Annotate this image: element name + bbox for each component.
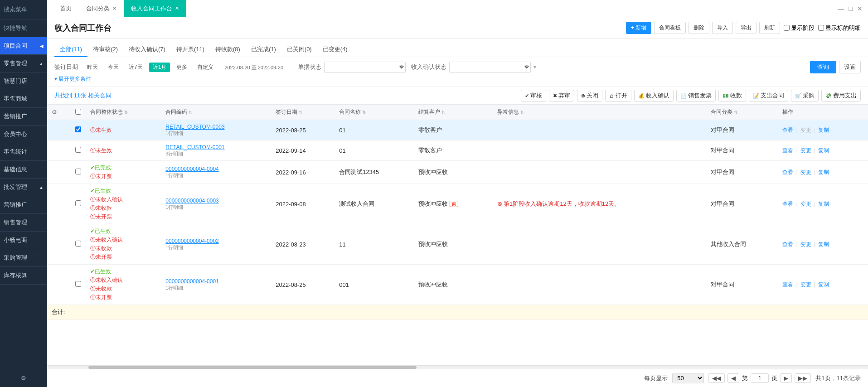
- toolbar-btn-close[interactable]: ⊗关闭: [577, 90, 602, 102]
- header-btn-refresh[interactable]: 刷新: [759, 22, 780, 34]
- sub-tab-completed[interactable]: 已完成(1): [246, 43, 281, 57]
- sidebar-item-sales_mgmt[interactable]: 销售管理: [0, 214, 47, 232]
- row-code-link-6[interactable]: 0000000000004-0001: [165, 278, 218, 285]
- filter-date-custom[interactable]: 自定义: [194, 63, 217, 72]
- filter-date-last1month[interactable]: 近1月: [149, 63, 170, 72]
- row-code-link-5[interactable]: 0000000000004-0002: [165, 238, 218, 244]
- sort-sign_date[interactable]: ⇅: [299, 110, 302, 115]
- header-btn-delete[interactable]: 删除: [689, 22, 709, 34]
- tab-close-contract_cat[interactable]: ✕: [112, 5, 116, 11]
- toolbar-btn-sales_invoice[interactable]: 📄销售发票: [676, 90, 716, 102]
- tab-home[interactable]: 首页: [53, 0, 79, 17]
- action-复制-5[interactable]: 复制: [818, 241, 829, 248]
- col-header-customer[interactable]: 结算客户⇅: [414, 105, 493, 120]
- row-checkbox-4[interactable]: [75, 200, 81, 206]
- col-header-category[interactable]: 合同分类⇅: [706, 105, 778, 120]
- toolbar-btn-income_confirm[interactable]: 💰收入确认: [634, 90, 674, 102]
- action-查看-6[interactable]: 查看: [782, 281, 793, 289]
- action-复制-3[interactable]: 复制: [818, 169, 829, 176]
- sub-tab-pending_invoice[interactable]: 待开票(11): [171, 43, 210, 57]
- maximize-button[interactable]: □: [849, 5, 853, 12]
- action-复制-2[interactable]: 复制: [818, 147, 829, 155]
- prev-page-button[interactable]: ◀: [727, 373, 739, 383]
- toolbar-btn-purchase[interactable]: 🛒采购: [791, 90, 819, 102]
- row-code-link-2[interactable]: RETAIL_CUSTOM-0001: [165, 144, 224, 150]
- sidebar-item-project[interactable]: 项目合同◀: [0, 37, 47, 55]
- sub-tab-pending_income_confirm[interactable]: 待收入确认(7): [123, 43, 171, 57]
- row-code-link-1[interactable]: RETAIL_CUSTOM-0003: [165, 124, 224, 130]
- select-all-checkbox[interactable]: [75, 109, 81, 115]
- sidebar-item-wholesale[interactable]: 批发管理▲: [0, 179, 47, 196]
- filter-date-more[interactable]: 更多: [173, 63, 191, 72]
- sidebar-item-marketing2[interactable]: 营销推广: [0, 196, 47, 214]
- row-checkbox-3[interactable]: [75, 169, 81, 174]
- tab-income_workbench[interactable]: 收入合同工作台✕: [124, 0, 186, 17]
- table-settings-icon[interactable]: ⚙: [52, 109, 57, 116]
- header-btn-export[interactable]: 导出: [736, 22, 756, 34]
- action-变更-5[interactable]: 变更: [800, 241, 811, 248]
- row-code-link-3[interactable]: 0000000000004-0004: [165, 166, 218, 172]
- sub-tab-changed[interactable]: 已变更(4): [317, 43, 353, 57]
- filter-date-yesterday[interactable]: 昨天: [83, 63, 102, 72]
- sub-tab-pending_receipt[interactable]: 待收款(8): [210, 43, 246, 57]
- toolbar-btn-expense_out[interactable]: 💸费用支出: [821, 90, 861, 102]
- row-checkbox-2[interactable]: [75, 147, 81, 153]
- sort-category[interactable]: ⇅: [734, 110, 737, 115]
- header-btn-kanban[interactable]: 合同看板: [654, 22, 686, 34]
- col-header-abnormal[interactable]: 异常信息⇅: [493, 105, 706, 120]
- col-header-code[interactable]: 合同编码⇅: [161, 105, 271, 120]
- minimize-button[interactable]: —: [838, 5, 844, 12]
- action-变更-4[interactable]: 变更: [800, 200, 811, 208]
- sidebar-item-basic_info[interactable]: 基础信息: [0, 161, 47, 179]
- action-变更-6[interactable]: 变更: [800, 281, 811, 289]
- sidebar-item-marketing[interactable]: 营销推广: [0, 108, 47, 126]
- action-复制-6[interactable]: 复制: [818, 281, 829, 289]
- page-number-input[interactable]: [751, 373, 769, 383]
- filter-settings-button[interactable]: 设置: [839, 61, 861, 73]
- action-变更-2[interactable]: 变更: [800, 147, 811, 155]
- doc-status-select[interactable]: [324, 62, 406, 73]
- sidebar-item-smart_store[interactable]: 智慧门店: [0, 73, 47, 90]
- toolbar-btn-review[interactable]: ✔审核: [521, 90, 546, 102]
- sidebar-search[interactable]: 搜索菜单: [0, 0, 47, 19]
- col-header-name[interactable]: 合同名称⇅: [335, 105, 414, 120]
- action-查看-1[interactable]: 查看: [782, 126, 793, 134]
- sidebar-item-retail_stat[interactable]: 零售统计: [0, 143, 47, 161]
- tab-contract_cat[interactable]: 合同分类✕: [79, 0, 124, 17]
- next-page-button[interactable]: ▶: [780, 373, 792, 383]
- action-变更-3[interactable]: 变更: [800, 169, 811, 176]
- query-button[interactable]: 查询: [810, 61, 836, 73]
- dropdown-arrow-income[interactable]: ▾: [533, 64, 536, 70]
- row-checkbox-5[interactable]: [75, 241, 81, 247]
- action-查看-2[interactable]: 查看: [782, 147, 793, 155]
- sidebar-item-member[interactable]: 会员中心: [0, 126, 47, 143]
- sidebar-item-retail[interactable]: 零售管理▲: [0, 55, 47, 73]
- show-stage-input[interactable]: [784, 25, 790, 31]
- action-查看-5[interactable]: 查看: [782, 241, 793, 248]
- toolbar-btn-collection[interactable]: 💵收款: [718, 90, 746, 102]
- last-page-button[interactable]: ▶▶: [795, 373, 811, 383]
- income-confirm-status-select[interactable]: [449, 62, 531, 73]
- show-stage-checkbox[interactable]: 显示阶段: [784, 24, 815, 32]
- tab-close-income_workbench[interactable]: ✕: [175, 5, 179, 11]
- action-查看-4[interactable]: 查看: [782, 200, 793, 208]
- row-code-link-4[interactable]: 0000000000004-0003: [165, 198, 218, 204]
- filter-date-today[interactable]: 今天: [104, 63, 122, 72]
- header-btn-import[interactable]: 导入: [712, 22, 733, 34]
- horizontal-scrollbar[interactable]: [47, 365, 868, 369]
- sub-tab-pending_review[interactable]: 待审核(2): [87, 43, 123, 57]
- col-header-overall_status[interactable]: 合同整体状态⇅: [86, 105, 161, 120]
- close-window-button[interactable]: ✕: [857, 5, 863, 12]
- filter-date-last7[interactable]: 近7天: [125, 63, 146, 72]
- page-size-select[interactable]: 102050100: [672, 373, 704, 383]
- toolbar-btn-expenditure_contract[interactable]: 📝支出合同: [749, 90, 788, 102]
- toolbar-btn-abandon[interactable]: ✖弃审: [549, 90, 574, 102]
- sidebar-item-xiaowei[interactable]: 小畅电商: [0, 232, 47, 249]
- sort-overall_status[interactable]: ⇅: [124, 110, 128, 115]
- action-复制-4[interactable]: 复制: [818, 200, 829, 208]
- row-checkbox-1[interactable]: [75, 126, 81, 132]
- sidebar-item-inventory[interactable]: 库存核算: [0, 267, 47, 285]
- col-header-sign_date[interactable]: 签订日期⇅: [271, 105, 335, 120]
- action-复制-1[interactable]: 复制: [818, 126, 829, 134]
- show-flag-input[interactable]: [818, 25, 824, 31]
